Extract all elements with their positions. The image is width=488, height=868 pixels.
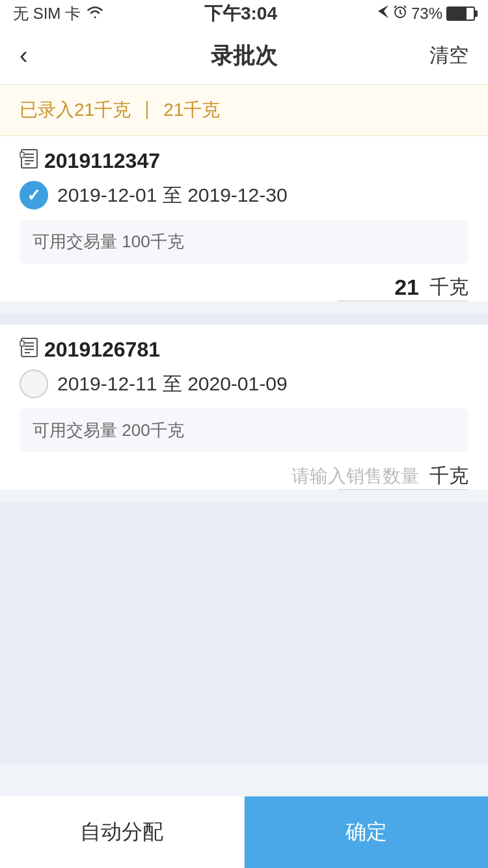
batch-icon-1	[20, 149, 39, 173]
clear-button[interactable]: 清空	[429, 42, 468, 69]
summary-total: 21千克	[163, 98, 220, 122]
quantity-row-2: 请输入销售数量 千克	[0, 452, 488, 489]
batch-id-2: 2019126781	[44, 338, 160, 362]
quantity-unit-2: 千克	[429, 463, 468, 489]
batch-date-1: 2019-12-01 至 2019-12-30	[57, 182, 288, 209]
batch-id-1: 2019112347	[44, 149, 160, 173]
nav-bar: ‹ 录批次 清空	[0, 27, 488, 85]
confirm-button[interactable]: 确定	[245, 796, 489, 868]
batch-date-row-1[interactable]: 2019-12-01 至 2019-12-30	[20, 181, 468, 210]
section-divider	[0, 314, 488, 325]
battery-icon	[446, 7, 475, 21]
summary-divider	[146, 101, 148, 119]
content: 已录入21千克 21千克 2019112347	[0, 85, 488, 835]
empty-area	[0, 503, 488, 763]
quantity-placeholder-2[interactable]: 请输入销售数量	[291, 464, 419, 489]
back-button[interactable]: ‹	[20, 42, 59, 70]
quantity-unit-1: 千克	[429, 274, 468, 301]
batch-item-1: 2019112347 2019-12-01 至 2019-12-30 可用交易量…	[0, 136, 488, 301]
status-left: 无 SIM 卡	[13, 3, 104, 24]
page-title: 录批次	[211, 41, 277, 71]
available-box-1: 可用交易量 100千克	[20, 220, 468, 264]
svg-rect-10	[20, 152, 24, 157]
separator-2	[338, 489, 468, 490]
status-right: 73%	[377, 5, 475, 23]
radio-1[interactable]	[20, 181, 48, 210]
batch-id-row-2: 2019126781	[20, 338, 468, 362]
batch-icon-2	[20, 338, 39, 362]
batch-date-row-2[interactable]: 2019-12-11 至 2020-01-09	[20, 370, 468, 398]
carrier-text: 无 SIM 卡	[13, 3, 81, 24]
svg-rect-16	[20, 341, 24, 346]
batch-item-2: 2019126781 2019-12-11 至 2020-01-09 可用交易量…	[0, 325, 488, 490]
location-icon	[377, 5, 389, 23]
bottom-bar: 自动分配 确定	[0, 796, 488, 868]
svg-line-3	[394, 6, 396, 8]
separator-1	[338, 301, 468, 301]
batch-id-row-1: 2019112347	[20, 149, 468, 173]
battery-percent: 73%	[411, 5, 442, 23]
svg-line-4	[404, 6, 406, 8]
status-bar: 无 SIM 卡 下午3:04 73%	[0, 0, 488, 27]
available-box-2: 可用交易量 200千克	[20, 409, 468, 452]
quantity-row-1: 21 千克	[0, 264, 488, 301]
alarm-icon	[393, 5, 407, 23]
summary-bar: 已录入21千克 21千克	[0, 85, 488, 136]
summary-recorded: 已录入21千克	[20, 98, 131, 122]
radio-2[interactable]	[20, 370, 48, 398]
wifi-icon	[86, 5, 104, 23]
quantity-value-1[interactable]: 21	[394, 275, 419, 300]
status-time: 下午3:04	[204, 1, 277, 26]
auto-distribute-button[interactable]: 自动分配	[0, 796, 245, 868]
svg-line-2	[400, 13, 402, 14]
batch-date-2: 2019-12-11 至 2020-01-09	[57, 371, 288, 398]
